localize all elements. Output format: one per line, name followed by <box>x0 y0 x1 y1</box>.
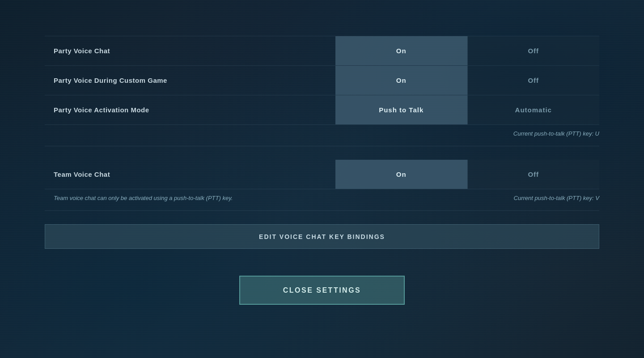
team-voice-chat-off-button[interactable]: Off <box>467 160 600 189</box>
team-voice-chat-row: Team Voice Chat On Off <box>45 160 599 189</box>
party-voice-chat-row: Party Voice Chat On Off <box>45 36 599 66</box>
team-voice-chat-toggle-group: On Off <box>335 160 599 189</box>
party-voice-custom-game-off-button[interactable]: Off <box>467 66 600 95</box>
party-voice-custom-game-row: Party Voice During Custom Game On Off <box>45 66 599 95</box>
edit-bindings-button[interactable]: EDIT VOICE CHAT KEY BINDINGS <box>45 224 599 249</box>
party-voice-chat-on-button[interactable]: On <box>335 36 467 65</box>
party-voice-custom-game-toggle-group: On Off <box>335 66 599 95</box>
team-voice-hint-text: Team voice chat can only be activated us… <box>45 195 335 201</box>
close-settings-container: CLOSE SETTINGS <box>45 276 599 305</box>
automatic-button[interactable]: Automatic <box>467 95 600 124</box>
team-ptt-hint: Current push-to-talk (PTT) key: V <box>335 191 599 205</box>
party-voice-chat-toggle-group: On Off <box>335 36 599 65</box>
party-voice-activation-row: Party Voice Activation Mode Push to Talk… <box>45 95 599 125</box>
party-ptt-hint-row: Current push-to-talk (PTT) key: U <box>45 125 599 146</box>
settings-container: Party Voice Chat On Off Party Voice Duri… <box>45 0 599 305</box>
party-voice-activation-label: Party Voice Activation Mode <box>45 99 335 121</box>
team-ptt-hint-row: Team voice chat can only be activated us… <box>45 189 599 211</box>
party-ptt-hint: Current push-to-talk (PTT) key: U <box>335 127 599 141</box>
close-settings-button[interactable]: CLOSE SETTINGS <box>239 276 405 305</box>
party-voice-chat-off-button[interactable]: Off <box>467 36 600 65</box>
party-voice-custom-game-label: Party Voice During Custom Game <box>45 69 335 91</box>
team-voice-chat-on-button[interactable]: On <box>335 160 467 189</box>
party-voice-chat-label: Party Voice Chat <box>45 40 335 62</box>
party-voice-activation-toggle-group: Push to Talk Automatic <box>335 95 599 124</box>
team-voice-chat-label: Team Voice Chat <box>45 163 335 185</box>
party-voice-custom-game-on-button[interactable]: On <box>335 66 467 95</box>
push-to-talk-button[interactable]: Push to Talk <box>335 95 467 124</box>
